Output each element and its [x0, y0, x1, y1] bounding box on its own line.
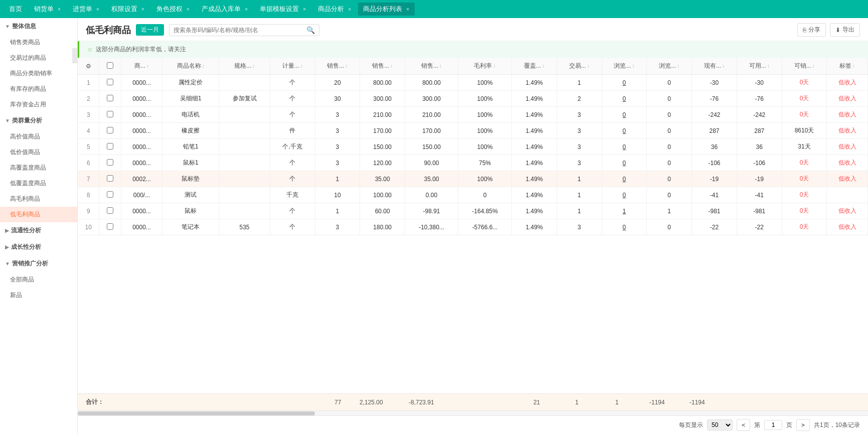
sidebar-item-high-coverage[interactable]: 高覆盖度商品: [0, 160, 77, 176]
cell-view1[interactable]: 1: [602, 203, 647, 219]
sidebar-item-capital[interactable]: 库存资金占用: [0, 97, 77, 112]
share-button[interactable]: ⎘ 分享: [797, 23, 826, 37]
data-table-wrapper[interactable]: ⚙ 商...↕ 商品名称↕ 规格...↕ 计量...↕ 销售...↕ 销售...…: [78, 58, 868, 393]
cell-view1[interactable]: 0: [602, 219, 647, 235]
cell-view2: 0: [647, 123, 692, 139]
sidebar-item-high-value[interactable]: 高价值商品: [0, 129, 77, 144]
cell-view1[interactable]: 0: [602, 155, 647, 171]
cell-checkbox[interactable]: [99, 107, 121, 123]
cell-view1[interactable]: 0: [602, 107, 647, 123]
sidebar-item-traded-goods[interactable]: 交易过的商品: [0, 50, 77, 66]
col-name[interactable]: 商品名称↕: [162, 58, 219, 75]
sidebar-item-category-assist[interactable]: 商品分类助销率: [0, 66, 77, 81]
cell-checkbox[interactable]: [99, 75, 121, 91]
row-checkbox[interactable]: [107, 175, 113, 182]
export-button[interactable]: ⬇ 导出: [830, 23, 860, 37]
close-icon[interactable]: ×: [303, 6, 306, 12]
col-checkbox[interactable]: [99, 58, 121, 75]
row-checkbox[interactable]: [107, 79, 113, 85]
nav-home[interactable]: 首页: [4, 3, 27, 16]
nav-role-auth[interactable]: 角色授权 ×: [151, 3, 195, 16]
horizontal-scrollbar[interactable]: [78, 410, 868, 415]
col-view2[interactable]: 浏览...↕: [647, 58, 692, 75]
close-icon[interactable]: ×: [406, 6, 409, 12]
cell-checkbox[interactable]: [99, 219, 121, 235]
sidebar-item-in-stock[interactable]: 有库存的商品: [0, 81, 77, 97]
nav-product-stock[interactable]: 产成品入库单 ×: [197, 3, 253, 16]
nav-product-analysis[interactable]: 商品分析 ×: [313, 3, 356, 16]
cell-view1[interactable]: 0: [602, 123, 647, 139]
row-checkbox[interactable]: [107, 223, 113, 230]
nav-purchase-order[interactable]: 进货单 ×: [68, 3, 104, 16]
col-sales-qty[interactable]: 销售...↕: [315, 58, 360, 75]
nav-product-analysis-list[interactable]: 商品分析列表 ×: [358, 3, 414, 16]
sidebar-group-liquidity[interactable]: ▶ 流通性分析: [0, 222, 77, 239]
row-checkbox[interactable]: [107, 159, 113, 166]
col-gross-rate[interactable]: 毛利率↕: [458, 58, 511, 75]
sidebar-item-high-margin[interactable]: 高毛利商品: [0, 191, 77, 207]
sidebar-item-new-goods[interactable]: 新品: [0, 287, 77, 303]
select-all-checkbox[interactable]: [107, 62, 113, 69]
col-spec[interactable]: 规格...↕: [219, 58, 270, 75]
close-icon[interactable]: ×: [141, 6, 144, 12]
next-page-button[interactable]: ＞: [796, 419, 810, 431]
cell-checkbox[interactable]: [99, 91, 121, 107]
cell-unit: 千克: [270, 187, 315, 203]
cell-view1[interactable]: 0: [602, 171, 647, 187]
scrollbar-thumb[interactable]: [78, 411, 315, 415]
col-current[interactable]: 现有...↕: [692, 58, 737, 75]
col-available[interactable]: 可用...↕: [737, 58, 782, 75]
cell-gross-rate: 0: [458, 187, 511, 203]
sidebar-group-growth[interactable]: ▶ 成长性分析: [0, 239, 77, 255]
col-sales-profit[interactable]: 销售...↕: [405, 58, 458, 75]
filter-recent-month-button[interactable]: 近一月: [136, 24, 164, 36]
page-number-input[interactable]: [764, 420, 782, 430]
nav-template-settings[interactable]: 单据模板设置 ×: [255, 3, 311, 16]
col-sellable[interactable]: 可销...↕: [782, 58, 827, 75]
row-checkbox[interactable]: [107, 143, 113, 150]
close-icon[interactable]: ×: [187, 6, 190, 12]
per-page-select[interactable]: 50 20 100: [707, 419, 733, 430]
sidebar-item-all-goods[interactable]: 全部商品: [0, 272, 77, 287]
row-checkbox[interactable]: [107, 127, 113, 133]
cell-view1[interactable]: 0: [602, 91, 647, 107]
close-icon[interactable]: ×: [96, 6, 99, 12]
col-view1[interactable]: 浏览...↕: [602, 58, 647, 75]
col-settings[interactable]: ⚙: [78, 58, 99, 75]
sidebar-group-cluster[interactable]: ▼ 类群量分析: [0, 112, 77, 129]
col-unit[interactable]: 计量...↕: [270, 58, 315, 75]
row-checkbox[interactable]: [107, 95, 113, 101]
sidebar-group-marketing[interactable]: ▼ 营销推广分析: [0, 255, 77, 272]
col-deal[interactable]: 交易...↕: [557, 58, 602, 75]
close-icon[interactable]: ×: [348, 6, 351, 12]
cell-checkbox[interactable]: [99, 171, 121, 187]
cell-checkbox[interactable]: [99, 123, 121, 139]
sidebar-collapse-button[interactable]: 《: [72, 48, 78, 63]
col-sales-price[interactable]: 销售...↕: [360, 58, 405, 75]
cell-view1[interactable]: 0: [602, 187, 647, 203]
sidebar-item-low-value[interactable]: 低价值商品: [0, 144, 77, 160]
col-coverage[interactable]: 覆盖...↕: [511, 58, 557, 75]
sidebar-item-low-margin[interactable]: 低毛利商品: [0, 207, 77, 222]
cell-checkbox[interactable]: [99, 203, 121, 219]
sidebar-item-low-coverage[interactable]: 低覆盖度商品: [0, 176, 77, 191]
cell-view1[interactable]: 0: [602, 139, 647, 155]
nav-permission-settings[interactable]: 权限设置 ×: [106, 3, 149, 16]
col-tag[interactable]: 标签↕: [827, 58, 868, 75]
cell-checkbox[interactable]: [99, 139, 121, 155]
sidebar-group-overall[interactable]: ▼ 整体信息: [0, 18, 77, 35]
cell-checkbox[interactable]: [99, 187, 121, 203]
search-input[interactable]: [173, 27, 306, 34]
close-icon[interactable]: ×: [245, 6, 248, 12]
cell-view1[interactable]: 0: [602, 75, 647, 91]
col-code[interactable]: 商...↕: [121, 58, 162, 75]
row-checkbox[interactable]: [107, 207, 113, 214]
row-checkbox[interactable]: [107, 111, 113, 117]
cell-checkbox[interactable]: [99, 155, 121, 171]
sidebar-item-sales-goods[interactable]: 销售类商品: [0, 35, 77, 50]
nav-sales-order[interactable]: 销货单 ×: [29, 3, 66, 16]
cell-available: -19: [737, 171, 782, 187]
close-icon[interactable]: ×: [58, 6, 61, 12]
prev-page-button[interactable]: ＜: [737, 419, 750, 431]
row-checkbox[interactable]: [107, 191, 113, 198]
